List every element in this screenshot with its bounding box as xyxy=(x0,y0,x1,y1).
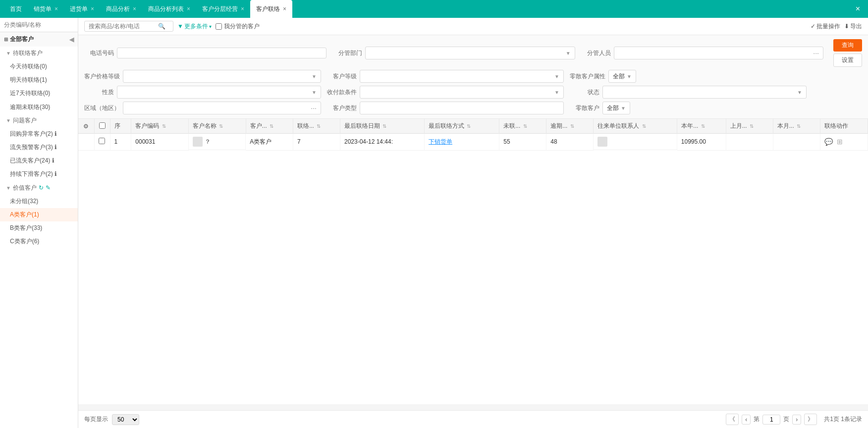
sidebar-group-pending[interactable]: ▼ 待联络客户 xyxy=(0,47,78,60)
nav-tab-home[interactable]: 首页 xyxy=(4,0,28,18)
sidebar-item-overdue-pending[interactable]: 逾期未联络(30) xyxy=(0,101,78,114)
nav-tab-sales[interactable]: 销货单 × xyxy=(28,0,64,18)
filter-select-nature[interactable]: ▼ xyxy=(117,86,321,99)
sidebar-all-customers[interactable]: ⊞ 全部客户 ◀ xyxy=(0,32,78,47)
nav-tab-customer-layer-close[interactable]: × xyxy=(241,5,244,12)
my-customer-checkbox-area[interactable]: 我分管的客户 xyxy=(216,22,260,31)
sidebar-group-problem[interactable]: ▼ 问题客户 xyxy=(0,114,78,127)
qr-action-btn[interactable]: ⊞ xyxy=(837,138,843,146)
sidebar-all-customers-label: 全部客户 xyxy=(10,35,34,44)
edit-group-icon[interactable]: ✎ xyxy=(46,184,51,191)
sidebar-item-declining[interactable]: 持续下滑客户(2) ℹ xyxy=(0,167,78,181)
sidebar-group-value-label: 价值客户 xyxy=(13,184,37,192)
filter-label-customer-level: 客户等级 xyxy=(327,72,357,81)
my-customer-checkbox[interactable] xyxy=(216,23,222,30)
filter-select-price-level[interactable]: ▼ xyxy=(123,70,321,83)
th-customer-code[interactable]: 客户编码 ⇅ xyxy=(131,119,189,134)
th-this-month[interactable]: 本月... ⇅ xyxy=(773,119,820,134)
select-all-checkbox[interactable] xyxy=(99,122,106,129)
close-window-btn[interactable]: × xyxy=(852,2,864,15)
th-last-contact-date[interactable]: 最后联络日期 ⇅ xyxy=(340,119,424,134)
page-input[interactable] xyxy=(762,415,780,425)
sidebar-item-7days-pending[interactable]: 近7天待联络(0) xyxy=(0,87,78,100)
sidebar-item-b-class[interactable]: B类客户(33) xyxy=(0,221,78,235)
search-btn[interactable]: 查询 xyxy=(833,39,862,52)
td-checkbox[interactable] xyxy=(94,134,110,151)
company-contact-avatar xyxy=(597,137,607,147)
page-size-select[interactable]: 50 10 20 100 xyxy=(112,414,139,425)
nav-tab-purchase-close[interactable]: × xyxy=(91,5,94,12)
th-overdue-days[interactable]: 逾期... ⇅ xyxy=(546,119,594,134)
sidebar-item-ungrouped[interactable]: 未分组(32) xyxy=(0,195,78,208)
info-icon: ℹ xyxy=(54,130,57,137)
triangle-icon: ▼ xyxy=(6,51,11,56)
sidebar-search-input[interactable] xyxy=(4,21,78,28)
sidebar-collapse-btn[interactable]: ◀ xyxy=(69,36,74,43)
nav-tab-purchase[interactable]: 进货单 × xyxy=(64,0,100,18)
nav-tab-customer-contact-close[interactable]: × xyxy=(283,5,286,12)
nav-tab-goods-list-close[interactable]: × xyxy=(187,5,190,12)
toolbar-search-input[interactable] xyxy=(89,23,158,30)
more-filter-btn[interactable]: ▼ 更多条件 ▾ xyxy=(177,22,212,31)
first-page-btn[interactable]: 《 xyxy=(726,414,739,425)
th-contact-count[interactable]: 联络... ⇅ xyxy=(293,119,340,134)
prev-page-btn[interactable]: ‹ xyxy=(742,415,751,425)
more-filter-label: 更多条件 xyxy=(184,22,208,31)
row-checkbox[interactable] xyxy=(99,138,105,144)
next-page-btn[interactable]: › xyxy=(792,415,801,425)
filter-select-scatter[interactable]: 全部 ▼ xyxy=(602,102,630,114)
toolbar-search-icon[interactable]: 🔍 xyxy=(158,23,165,30)
refresh-icon[interactable]: ↻ xyxy=(39,184,44,191)
sidebar-item-today-pending[interactable]: 今天待联络(0) xyxy=(0,60,78,73)
batch-op-icon: ✓ xyxy=(811,23,815,30)
filter-item-payment: 收付款条件 ▼ xyxy=(327,86,564,99)
sidebar-item-abnormal-repurchase[interactable]: 回购异常客户(2) ℹ xyxy=(0,127,78,141)
filter-label-person: 分管人员 xyxy=(581,49,611,57)
th-last-contact-method[interactable]: 最后联络方式 ⇅ xyxy=(425,119,499,134)
th-this-year[interactable]: 本年... ⇅ xyxy=(677,119,726,134)
nav-tab-goods-list[interactable]: 商品分析列表 × xyxy=(142,0,196,18)
filter-select-customer-level[interactable]: ▼ xyxy=(360,70,564,83)
filter-icon: ▼ xyxy=(177,23,183,30)
sidebar-item-churned[interactable]: 已流失客户(24) ℹ xyxy=(0,154,78,167)
th-company-contact[interactable]: 往来单位联系人 ⇅ xyxy=(594,119,677,134)
th-customer-type[interactable]: 客户... ⇅ xyxy=(246,119,293,134)
filter-select-person[interactable]: ··· xyxy=(614,47,823,59)
batch-op-btn[interactable]: ✓ 批量操作 xyxy=(811,22,840,31)
th-last-month[interactable]: 上月... ⇅ xyxy=(726,119,773,134)
settings-btn[interactable]: 设置 xyxy=(833,54,862,67)
nav-tab-customer-layer[interactable]: 客户分层经营 × xyxy=(196,0,250,18)
export-btn[interactable]: ⬇ 导出 xyxy=(844,22,862,31)
nav-tab-goods-analysis[interactable]: 商品分析 × xyxy=(100,0,142,18)
sidebar-group-value[interactable]: ▼ 价值客户 ↻ ✎ xyxy=(0,181,78,195)
filter-label-region: 区域（地区） xyxy=(84,104,120,112)
chat-action-btn[interactable]: 💬 xyxy=(824,138,833,146)
horizontal-scrollbar[interactable] xyxy=(78,404,868,410)
sidebar-item-tomorrow-pending[interactable]: 明天待联络(1) xyxy=(0,73,78,87)
filter-select-dept[interactable]: ▼ xyxy=(365,47,575,59)
filter-select-scatter-attr[interactable]: 全部 ▼ xyxy=(608,70,636,83)
main-layout: 🔍 ⊞ 全部客户 ◀ ▼ 待联络客户 今天待联络(0) 明天待联络(1) 近7天… xyxy=(0,18,868,428)
filter-select-customer-type[interactable] xyxy=(360,102,564,114)
sort-icon-6: ⇅ xyxy=(467,123,471,129)
filter-label-payment: 收付款条件 xyxy=(327,88,357,97)
nav-tab-sales-close[interactable]: × xyxy=(54,5,58,12)
th-no-contact-days[interactable]: 未联... ⇅ xyxy=(499,119,546,134)
sidebar-item-churn-warning[interactable]: 流失预警客户(3) ℹ xyxy=(0,141,78,154)
th-settings[interactable]: ⚙ xyxy=(78,119,94,134)
filter-select-region[interactable]: ··· xyxy=(123,102,321,114)
filter-select-payment[interactable]: ▼ xyxy=(360,86,564,99)
th-customer-name[interactable]: 客户名称 ⇅ xyxy=(189,119,246,134)
nav-tab-customer-contact[interactable]: 客户联络 × xyxy=(250,0,292,18)
nav-tab-goods-analysis-close[interactable]: × xyxy=(133,5,136,12)
sidebar-item-c-class[interactable]: C类客户(6) xyxy=(0,235,78,248)
filter-input-phone[interactable] xyxy=(117,48,326,58)
sidebar-item-a-class[interactable]: A类客户(1) xyxy=(0,208,78,221)
filter-select-status[interactable]: ▼ xyxy=(602,86,807,99)
filter-item-price-level: 客户价格等级 ▼ xyxy=(84,70,321,83)
page-label: 第 xyxy=(754,415,760,424)
last-contact-method-link[interactable]: 下销货单 xyxy=(429,138,452,145)
last-page-btn[interactable]: 》 xyxy=(804,414,817,425)
th-checkbox[interactable] xyxy=(94,119,110,134)
td-last-contact-method[interactable]: 下销货单 xyxy=(425,134,499,151)
